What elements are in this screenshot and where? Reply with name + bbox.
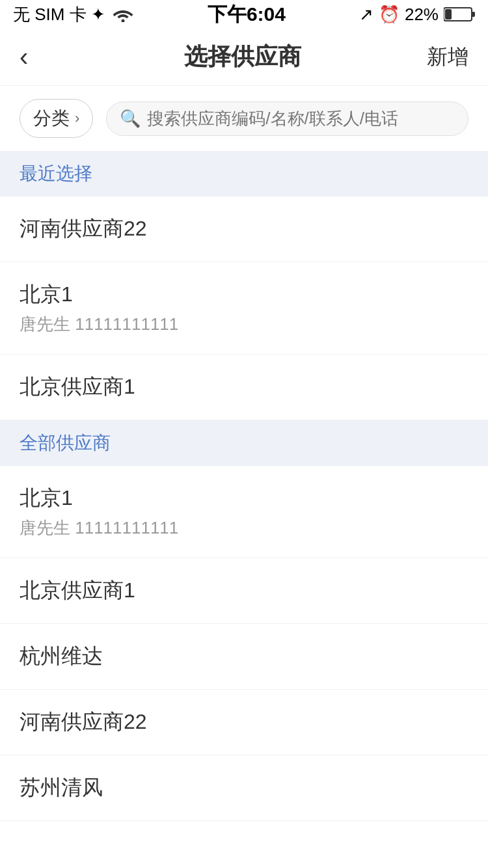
page-title: 选择供应商 <box>184 41 301 73</box>
category-button[interactable]: 分类 › <box>20 99 93 138</box>
chevron-right-icon: › <box>75 110 79 127</box>
list-item[interactable]: 北京1 唐先生 11111111111 <box>0 262 488 355</box>
recent-items-list: 河南供应商22 北京1 唐先生 11111111111北京供应商1 <box>0 197 488 420</box>
all-section-label: 全部供应商 <box>20 433 111 453</box>
status-bar: 无 SIM 卡 ✦ 下午6:04 ↗ ⏰ 22% <box>0 0 488 29</box>
list-item[interactable]: 北京1 唐先生 11111111111 <box>0 466 488 558</box>
all-section-header: 全部供应商 <box>0 420 488 466</box>
list-item[interactable]: 河南供应商22 <box>0 197 488 262</box>
status-left: 无 SIM 卡 ✦ <box>13 3 134 26</box>
search-icon: 🔍 <box>120 109 141 129</box>
wifi-icon <box>112 7 134 22</box>
item-name: 河南供应商22 <box>20 215 468 243</box>
all-items-list: 北京1 唐先生 11111111111北京供应商1 杭州维达 河南供应商22 苏… <box>0 466 488 821</box>
recent-section-label: 最近选择 <box>20 163 92 183</box>
list-item[interactable]: 苏州清风 <box>0 755 488 821</box>
item-name: 北京供应商1 <box>20 576 468 605</box>
recent-section-header: 最近选择 <box>0 151 488 197</box>
item-name: 北京1 <box>20 484 468 513</box>
nav-bar: ‹ 选择供应商 新增 <box>0 29 488 86</box>
back-button[interactable]: ‹ <box>20 42 59 72</box>
list-item[interactable]: 河南供应商22 <box>0 690 488 755</box>
battery-icon <box>444 6 475 23</box>
svg-rect-2 <box>472 12 475 17</box>
item-name: 苏州清风 <box>20 774 468 802</box>
item-name: 北京1 <box>20 280 468 309</box>
item-name: 河南供应商22 <box>20 708 468 737</box>
add-button[interactable]: 新增 <box>427 43 468 72</box>
item-name: 北京供应商1 <box>20 373 468 401</box>
category-label: 分类 <box>33 106 70 131</box>
item-sub: 唐先生 11111111111 <box>20 517 468 539</box>
list-item[interactable]: 北京供应商1 <box>0 558 488 624</box>
alarm-icon: ⏰ <box>379 5 400 25</box>
battery-text: 22% <box>405 5 439 25</box>
search-box[interactable]: 🔍 <box>106 102 468 136</box>
svg-rect-3 <box>445 9 452 20</box>
svg-point-0 <box>121 20 124 23</box>
list-item[interactable]: 杭州维达 <box>0 624 488 690</box>
search-input[interactable] <box>147 109 455 129</box>
list-item[interactable]: 北京供应商1 <box>0 355 488 420</box>
item-sub: 唐先生 11111111111 <box>20 313 468 336</box>
location-icon: ↗ <box>359 5 373 25</box>
no-sim-text: 无 SIM 卡 ✦ <box>13 3 105 26</box>
status-time: 下午6:04 <box>208 1 286 28</box>
item-name: 杭州维达 <box>20 642 468 671</box>
status-right: ↗ ⏰ 22% <box>359 5 475 25</box>
filter-bar: 分类 › 🔍 <box>0 86 488 151</box>
